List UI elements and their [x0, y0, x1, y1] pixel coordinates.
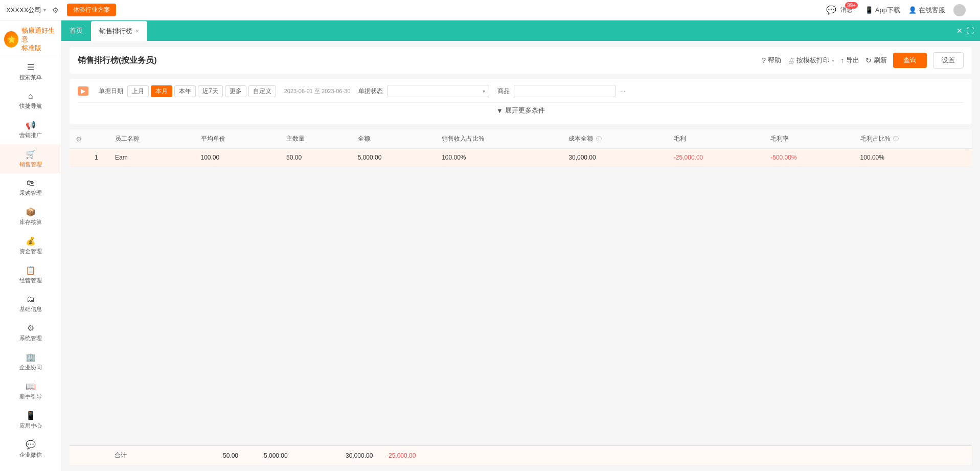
message-badge: 99+ [845, 2, 858, 9]
tab-close-icon[interactable]: × [135, 28, 139, 35]
tab-bar-actions: ✕ ⛶ [956, 27, 980, 35]
guide-icon: 📖 [26, 382, 36, 391]
sidebar-item-basic-info[interactable]: 🗂 基础信息 [0, 289, 61, 318]
goods-more-icon[interactable]: ··· [620, 87, 625, 95]
logo-line2: 标准版 [21, 44, 57, 53]
help-label: 帮助 [768, 56, 781, 65]
col-gross-rate: 毛利率 [764, 129, 854, 149]
filter-status-item: 单据状态 ▾ [358, 85, 489, 97]
content-spacer [70, 172, 972, 440]
template-print-button[interactable]: 🖨 按模板打印 ▾ [787, 56, 834, 65]
footer-cells: 50.00 5,000.00 30,000.00 -25,000.00 [176, 452, 966, 459]
online-service-label: 在线客服 [919, 6, 945, 15]
cost-info-icon[interactable]: ⓘ [596, 136, 602, 142]
help-button[interactable]: ? 帮助 [762, 56, 781, 65]
date-btn-this-year[interactable]: 本年 [174, 85, 196, 97]
table-wrapper: ⚙ 员工名称 平均单价 主数量 全额 销售收入占比% 成本全额 ⓘ [70, 129, 972, 167]
date-range-buttons: 上月 本月 本年 近7天 更多 自定义 [127, 85, 276, 97]
cell-cost: 30,000.00 [562, 149, 668, 167]
app-download-label: App下载 [875, 6, 900, 15]
status-select-wrapper: ▾ [387, 85, 489, 97]
enterprise-icon: 🏢 [26, 352, 36, 362]
col-cost: 成本全额 ⓘ [562, 129, 668, 149]
col-settings-icon[interactable]: ⚙ [76, 135, 82, 143]
sidebar-item-sales[interactable]: 🛒 销售管理 [0, 144, 61, 173]
filter-row-1: ▶ 单据日期 上月 本月 本年 近7天 更多 自定义 [78, 85, 964, 97]
template-print-label: 按模板打印 [796, 56, 830, 65]
search-order-icon: ☰ [27, 62, 34, 72]
date-btn-7days[interactable]: 近7天 [198, 85, 223, 97]
message-button[interactable]: 💬 99+ 消息 [826, 5, 853, 15]
refresh-button[interactable]: ↻ 刷新 [865, 56, 887, 65]
sidebar-item-inventory[interactable]: 📦 库存核算 [0, 202, 61, 231]
footer-sales-pct [299, 452, 339, 459]
footer-amount: 5,000.00 [258, 452, 299, 459]
sidebar-item-operation[interactable]: 📋 经营管理 [0, 260, 61, 289]
sidebar-item-app-center[interactable]: 📱 应用中心 [0, 406, 61, 435]
sidebar-item-marketing[interactable]: 📢 营销推广 [0, 115, 61, 144]
avatar[interactable] [953, 4, 966, 16]
date-btn-more[interactable]: 更多 [225, 85, 246, 97]
footer-gross-profit: -25,000.00 [380, 452, 422, 459]
filter-area: ▶ 单据日期 上月 本月 本年 近7天 更多 自定义 [70, 79, 972, 124]
filter-more-conditions[interactable]: ▼ 展开更多条件 [78, 102, 964, 118]
sidebar-item-member[interactable]: ♦ 畅会员 [0, 464, 61, 471]
export-button[interactable]: ↑ 导出 [840, 56, 859, 65]
date-btn-custom[interactable]: 自定义 [248, 85, 276, 97]
sidebar-item-label-enterprise: 企业协同 [19, 364, 42, 371]
sidebar-item-system[interactable]: ⚙ 系统管理 [0, 318, 61, 347]
cell-qty: 50.00 [280, 149, 352, 167]
cell-gross-rate: -500.00% [764, 149, 854, 167]
query-button[interactable]: 查询 [893, 53, 927, 68]
sidebar-item-enterprise-wechat[interactable]: 💬 企业微信 [0, 435, 61, 464]
online-service-button[interactable]: 👤 在线客服 [908, 6, 945, 15]
sidebar-item-label-operation: 经营管理 [19, 277, 42, 284]
col-amount: 全额 [352, 129, 436, 149]
sidebar-item-search-order[interactable]: ☰ 搜索菜单 [0, 57, 61, 86]
cell-rank: 1 [88, 149, 109, 167]
export-label: 导出 [846, 56, 859, 65]
sidebar-item-quick-nav[interactable]: ⌂ 快捷导航 [0, 86, 61, 115]
inventory-icon: 📦 [26, 207, 36, 217]
sidebar-item-label-inventory: 库存核算 [19, 218, 42, 226]
tab-home-label: 首页 [70, 26, 83, 35]
sidebar-item-finance[interactable]: 💰 资金管理 [0, 231, 61, 260]
more-icon: ▼ [496, 107, 503, 115]
purchase-icon: 🛍 [27, 178, 35, 188]
sidebar-item-guide[interactable]: 📖 新手引导 [0, 376, 61, 406]
download-icon: 📱 [865, 6, 873, 14]
company-selector[interactable]: XXXXX公司 ▾ [6, 6, 46, 15]
tab-home[interactable]: 首页 [61, 20, 91, 41]
home-icon: ⌂ [28, 92, 33, 101]
table-row: 1 Eam 100.00 50.00 5,000.00 100.00% 30,0… [70, 149, 972, 167]
cell-name: Eam [109, 149, 195, 167]
cell-sales-pct: 100.00% [436, 149, 562, 167]
tab-close-window-icon[interactable]: ✕ [956, 27, 963, 35]
table-header-row: ⚙ 员工名称 平均单价 主数量 全额 销售收入占比% 成本全额 ⓘ [70, 129, 972, 149]
tab-expand-icon[interactable]: ⛶ [967, 27, 974, 35]
goods-input[interactable] [514, 85, 616, 97]
status-select[interactable] [387, 85, 489, 97]
date-btn-last-month[interactable]: 上月 [127, 85, 149, 97]
col-name: 员工名称 [109, 129, 195, 149]
col-gross-pct: 毛利占比% ⓘ [854, 129, 972, 149]
settings-icon[interactable]: ⚙ [52, 6, 59, 14]
filter-goods-item: 商品 ··· [497, 85, 625, 97]
filter-expand-btn[interactable]: ▶ [78, 86, 88, 96]
gross-pct-info-icon[interactable]: ⓘ [893, 136, 899, 142]
sidebar-item-label-sales: 销售管理 [19, 161, 42, 168]
system-icon: ⚙ [27, 323, 34, 333]
settings-button[interactable]: 设置 [933, 52, 964, 69]
sales-icon: 🛒 [26, 149, 36, 159]
cell-settings [70, 149, 88, 167]
date-btn-this-month[interactable]: 本月 [151, 85, 172, 97]
app-download-button[interactable]: 📱 App下载 [865, 6, 900, 15]
sidebar-item-enterprise[interactable]: 🏢 企业协同 [0, 347, 61, 376]
sidebar-item-purchase[interactable]: 🛍 采购管理 [0, 173, 61, 202]
trial-button[interactable]: 体验行业方案 [67, 4, 116, 16]
col-sales-pct: 销售收入占比% [436, 129, 562, 149]
tab-bar: 首页 销售排行榜 × ✕ ⛶ [61, 20, 980, 41]
tab-sales-ranking[interactable]: 销售排行榜 × [91, 21, 147, 41]
cell-avg-price: 100.00 [195, 149, 281, 167]
sidebar-item-label-purchase: 采购管理 [19, 189, 42, 197]
